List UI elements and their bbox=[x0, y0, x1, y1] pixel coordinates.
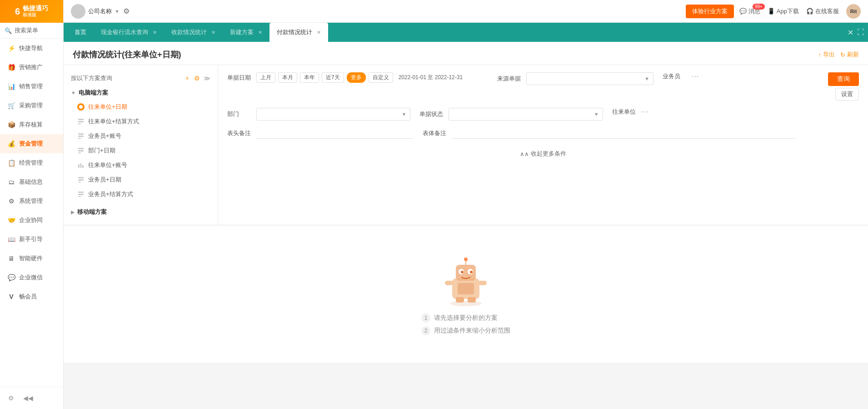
filter-field-source: 来源单据 ▼ bbox=[497, 72, 653, 85]
source-label: 来源单据 bbox=[497, 75, 523, 83]
tab-cash-flow[interactable]: 现金银行流水查询 ✕ bbox=[94, 23, 164, 42]
filter-category-desktop[interactable]: ▼ 电脑端方案 bbox=[64, 86, 218, 100]
date-btn-7days[interactable]: 近7天 bbox=[322, 72, 344, 83]
svg-rect-14 bbox=[78, 179, 84, 181]
tab-home[interactable]: 首页 bbox=[67, 23, 94, 42]
company-dropdown-icon[interactable]: ▼ bbox=[115, 9, 120, 14]
messages-btn[interactable]: 💬 消息 99+ bbox=[739, 7, 760, 15]
user-profile-avatar[interactable]: Rit bbox=[846, 4, 861, 19]
sidebar-item-label: 采购管理 bbox=[19, 101, 43, 110]
scheme-table-icon5 bbox=[77, 191, 85, 198]
svg-rect-8 bbox=[78, 150, 84, 151]
tab-payment-stats[interactable]: 收款情况统计 ✕ bbox=[164, 23, 223, 42]
tab-cash-flow-label: 现金银行流水查询 bbox=[101, 28, 148, 36]
sidebar-item-inventory[interactable]: 📦 库存核算 bbox=[0, 115, 63, 134]
svg-rect-15 bbox=[78, 182, 81, 182]
date-btn-this-year[interactable]: 本年 bbox=[300, 72, 319, 83]
scheme-table-icon3 bbox=[77, 147, 85, 154]
company-name: 公司名称 bbox=[88, 7, 112, 15]
filter-sidebar-title: 按以下方案查询 bbox=[71, 74, 112, 82]
tab-payment-details-close[interactable]: ✕ bbox=[317, 30, 321, 35]
tab-payment-details[interactable]: 付款情况统计 ✕ bbox=[269, 23, 328, 42]
date-btn-this-month[interactable]: 本月 bbox=[278, 72, 297, 83]
date-btn-last-month[interactable]: 上月 bbox=[256, 72, 275, 83]
tabs-right-controls: ✕ ⛶ bbox=[848, 28, 864, 37]
topbar-gear-icon[interactable]: ⚙ bbox=[123, 7, 130, 15]
empty-tip-2: 2 用过滤条件来缩小分析范围 bbox=[421, 326, 510, 335]
main-area: 公司名称 ▼ ⚙ 体验行业方案 💬 消息 99+ 📱 App下载 🎧 在线客服 … bbox=[64, 0, 868, 409]
tab-cash-flow-close[interactable]: ✕ bbox=[153, 30, 157, 35]
partner-dots[interactable]: ··· bbox=[641, 108, 649, 116]
svg-rect-18 bbox=[78, 196, 81, 197]
filter-scheme-partner-settlement[interactable]: 往来单位+结算方式 bbox=[64, 114, 218, 129]
settings-btn[interactable]: 设置 bbox=[835, 88, 859, 101]
refresh-label: 刷新 bbox=[847, 50, 859, 59]
dept-select[interactable]: ▼ bbox=[256, 108, 410, 121]
filter-settings-icon[interactable]: ⚙ bbox=[194, 75, 200, 82]
status-select[interactable]: ▼ bbox=[449, 108, 603, 121]
operation-icon: 📋 bbox=[7, 159, 15, 167]
sidebar-item-newbie[interactable]: 📖 新手引导 bbox=[0, 230, 63, 249]
page-content: 付款情况统计(往来单位+日期) ↑ 导出 ↻ 刷新 按以下方案查询 ＋ bbox=[64, 42, 868, 409]
sidebar-item-sales[interactable]: 📊 销售管理 bbox=[0, 77, 63, 96]
filter-field-header-note: 表头备注 bbox=[227, 128, 414, 139]
tab-new-plan[interactable]: 新建方案 ✕ bbox=[223, 23, 269, 42]
filter-scheme-staff-date[interactable]: 业务员+日期 bbox=[64, 172, 218, 187]
source-select[interactable]: ▼ bbox=[526, 72, 653, 85]
tab-new-plan-close[interactable]: ✕ bbox=[258, 30, 262, 35]
tab-payment-stats-close[interactable]: ✕ bbox=[211, 30, 215, 35]
sidebar-item-enterprise[interactable]: 🤝 企业协同 bbox=[0, 211, 63, 230]
quick-nav-icon: ⚡ bbox=[7, 44, 15, 52]
filter-scheme-staff-account[interactable]: 业务员+账号 bbox=[64, 129, 218, 143]
body-note-input[interactable] bbox=[452, 128, 795, 139]
wechat-icon: 💬 bbox=[7, 273, 15, 282]
sidebar-item-purchase[interactable]: 🛒 采购管理 bbox=[0, 96, 63, 115]
sidebar-search[interactable]: 🔍 搜索菜单 bbox=[0, 23, 63, 39]
sidebar-item-label: 销售管理 bbox=[19, 82, 43, 91]
filter-category-mobile[interactable]: ▶ 移动端方案 bbox=[64, 205, 218, 219]
collapse-arrow-icon: ∧∧ bbox=[520, 151, 529, 157]
sidebar-collapse-btn[interactable]: ◀◀ bbox=[22, 392, 35, 404]
sidebar-item-system[interactable]: ⚙ 系统管理 bbox=[0, 192, 63, 211]
app-download-btn[interactable]: 📱 App下载 bbox=[768, 7, 799, 15]
empty-state: 1 请先选择要分析的方案 2 用过滤条件来缩小分析范围 bbox=[64, 226, 868, 363]
filter-scheme-partner-date[interactable]: 往来单位+日期 bbox=[64, 100, 218, 114]
sidebar-item-quick-nav[interactable]: ⚡ 快捷导航 bbox=[0, 39, 63, 58]
filter-collapse-icon[interactable]: ≫ bbox=[204, 75, 210, 82]
filter-scheme-partner-account[interactable]: 往来单位+账号 bbox=[64, 158, 218, 172]
date-btn-custom[interactable]: 自定义 bbox=[369, 72, 393, 83]
sidebar-item-operation[interactable]: 📋 经营管理 bbox=[0, 153, 63, 172]
date-btn-more[interactable]: 更多 bbox=[347, 72, 366, 83]
export-btn[interactable]: ↑ 导出 bbox=[818, 50, 835, 59]
svg-rect-16 bbox=[78, 192, 84, 193]
sidebar-item-marketing[interactable]: 🎁 营销推广 bbox=[0, 58, 63, 77]
filter-scheme-staff-settlement[interactable]: 业务员+结算方式 bbox=[64, 187, 218, 202]
sidebar-item-member[interactable]: V 畅会员 bbox=[0, 287, 63, 306]
query-btn[interactable]: 查询 bbox=[828, 72, 859, 86]
marketing-icon: 🎁 bbox=[7, 63, 15, 71]
dept-label: 部门 bbox=[227, 110, 253, 118]
sidebar-item-wechat[interactable]: 💬 企业微信 bbox=[0, 268, 63, 287]
tab-expand-btn[interactable]: ⛶ bbox=[857, 28, 864, 36]
collapse-more-btn[interactable]: ∧∧ 收起更多条件 bbox=[227, 146, 859, 162]
header-note-input[interactable] bbox=[256, 128, 414, 139]
sidebar-item-finance[interactable]: 💰 资金管理 bbox=[0, 134, 63, 153]
sidebar-item-basic[interactable]: 🗂 基础信息 bbox=[0, 172, 63, 192]
message-icon: 💬 bbox=[739, 8, 747, 15]
trial-btn[interactable]: 体验行业方案 bbox=[686, 5, 734, 18]
sidebar-settings-btn[interactable]: ⚙ bbox=[5, 392, 17, 404]
service-icon: 🎧 bbox=[806, 8, 813, 15]
filter-add-icon[interactable]: ＋ bbox=[184, 74, 190, 82]
tab-close-all-btn[interactable]: ✕ bbox=[848, 28, 853, 37]
finance-icon: 💰 bbox=[7, 140, 15, 148]
staff-dots[interactable]: ··· bbox=[692, 72, 699, 81]
sidebar-item-hardware[interactable]: 🖥 智能硬件 bbox=[0, 249, 63, 268]
online-service-btn[interactable]: 🎧 在线客服 bbox=[806, 7, 839, 15]
topbar: 公司名称 ▼ ⚙ 体验行业方案 💬 消息 99+ 📱 App下载 🎧 在线客服 … bbox=[64, 0, 868, 23]
refresh-btn[interactable]: ↻ 刷新 bbox=[840, 50, 859, 59]
filter-scheme-dept-date[interactable]: 部门+日期 bbox=[64, 143, 218, 158]
svg-rect-4 bbox=[78, 133, 84, 135]
partner-label: 往来单位 bbox=[612, 108, 638, 116]
scheme-table-icon bbox=[77, 118, 85, 125]
filter-scheme-label: 往来单位+账号 bbox=[88, 161, 127, 169]
